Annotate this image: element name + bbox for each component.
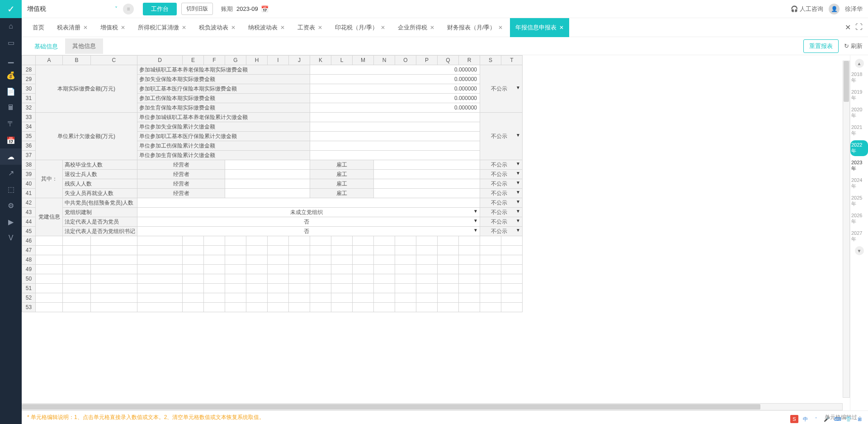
empty-cell[interactable] [225, 246, 246, 255]
empty-cell[interactable] [501, 236, 523, 246]
empty-cell[interactable] [438, 265, 459, 274]
tab-所得税汇算清缴[interactable]: 所得税汇算清缴✕ [132, 18, 192, 37]
empty-cell[interactable] [459, 246, 480, 255]
empty-cell[interactable] [225, 284, 246, 293]
empty-cell[interactable] [137, 255, 183, 265]
empty-cell[interactable] [480, 293, 501, 303]
empty-cell[interactable] [501, 246, 523, 255]
row-header-42[interactable]: 42 [22, 198, 36, 208]
ime-zh-icon[interactable]: 中 [801, 415, 809, 423]
empty-cell[interactable] [438, 255, 459, 265]
value-cell[interactable] [374, 160, 480, 170]
ime-tool-icon[interactable]: ⊞ [855, 415, 863, 423]
empty-cell[interactable] [395, 255, 416, 265]
empty-cell[interactable] [416, 246, 438, 255]
close-icon[interactable]: ✕ [121, 24, 125, 31]
tab-税表清册[interactable]: 税表清册✕ [52, 18, 93, 37]
tab-工资表[interactable]: 工资表✕ [292, 18, 328, 37]
empty-cell[interactable] [183, 265, 204, 274]
empty-cell[interactable] [395, 265, 416, 274]
empty-cell[interactable] [204, 274, 225, 284]
empty-cell[interactable] [36, 284, 63, 293]
col-header-M[interactable]: M [353, 56, 374, 65]
empty-cell[interactable] [416, 274, 438, 284]
value-cell[interactable]: 0.000000 [310, 75, 480, 84]
empty-cell[interactable] [246, 255, 268, 265]
col-header-T[interactable]: T [501, 56, 523, 65]
empty-cell[interactable] [225, 274, 246, 284]
empty-cell[interactable] [36, 274, 63, 284]
empty-cell[interactable] [90, 303, 137, 312]
disclose-cell[interactable]: 不公示▼ [480, 227, 523, 236]
empty-cell[interactable] [310, 255, 331, 265]
empty-cell[interactable] [137, 284, 183, 293]
wide-cell[interactable]: 否▼ [137, 217, 480, 227]
empty-cell[interactable] [310, 274, 331, 284]
empty-cell[interactable] [268, 255, 289, 265]
empty-cell[interactable] [310, 246, 331, 255]
empty-cell[interactable] [268, 236, 289, 246]
row-header-30[interactable]: 30 [22, 84, 36, 94]
empty-cell[interactable] [137, 293, 183, 303]
empty-cell[interactable] [459, 236, 480, 246]
empty-cell[interactable] [438, 274, 459, 284]
col-header-C[interactable]: C [90, 56, 137, 65]
empty-cell[interactable] [204, 284, 225, 293]
empty-cell[interactable] [246, 236, 268, 246]
empty-cell[interactable] [480, 274, 501, 284]
row-header-33[interactable]: 33 [22, 113, 36, 122]
empty-cell[interactable] [225, 303, 246, 312]
col-header-S[interactable]: S [480, 56, 501, 65]
value-cell[interactable] [374, 170, 480, 179]
empty-cell[interactable] [416, 265, 438, 274]
tab-印花税（月/季）[interactable]: 印花税（月/季）✕ [330, 18, 391, 37]
disclose-cell[interactable]: 不公示▼ [480, 65, 523, 113]
year-up-icon[interactable]: ▲ [855, 59, 864, 68]
empty-cell[interactable] [331, 265, 353, 274]
row-header-49[interactable]: 49 [22, 265, 36, 274]
empty-cell[interactable] [310, 236, 331, 246]
empty-cell[interactable] [268, 246, 289, 255]
year-2018年[interactable]: 2018年 [850, 70, 868, 86]
ime-punct-icon[interactable]: ' [812, 415, 820, 423]
empty-cell[interactable] [246, 274, 268, 284]
tab-增值税[interactable]: 增值税✕ [95, 18, 131, 37]
value-cell[interactable] [374, 179, 480, 189]
empty-cell[interactable] [353, 293, 374, 303]
empty-cell[interactable] [459, 265, 480, 274]
reset-button[interactable]: 重置报表 [803, 39, 839, 53]
empty-cell[interactable] [374, 274, 395, 284]
col-header-B[interactable]: B [63, 56, 91, 65]
row-header-34[interactable]: 34 [22, 122, 36, 132]
calendar-icon[interactable]: 📅 [261, 5, 269, 13]
empty-cell[interactable] [331, 274, 353, 284]
col-header-J[interactable]: J [289, 56, 310, 65]
empty-cell[interactable] [353, 303, 374, 312]
nav-play-icon[interactable]: ▶ [0, 214, 22, 230]
empty-cell[interactable] [459, 274, 480, 284]
vertical-scrollbar[interactable] [843, 61, 850, 398]
col-header-P[interactable]: P [416, 56, 438, 65]
empty-cell[interactable] [374, 293, 395, 303]
nav-cal-icon[interactable]: 📅 [0, 132, 22, 148]
empty-cell[interactable] [395, 284, 416, 293]
empty-cell[interactable] [416, 236, 438, 246]
year-2023年[interactable]: 2023年 [850, 158, 868, 174]
empty-cell[interactable] [353, 274, 374, 284]
empty-cell[interactable] [225, 265, 246, 274]
close-icon[interactable]: ✕ [430, 24, 434, 31]
col-header-L[interactable]: L [331, 56, 353, 65]
disclose-cell[interactable]: 不公示▼ [480, 170, 523, 179]
empty-cell[interactable] [331, 284, 353, 293]
empty-cell[interactable] [268, 284, 289, 293]
empty-cell[interactable] [36, 265, 63, 274]
col-header-F[interactable]: F [204, 56, 225, 65]
row-header-35[interactable]: 35 [22, 132, 36, 141]
empty-cell[interactable] [225, 293, 246, 303]
row-header-47[interactable]: 47 [22, 246, 36, 255]
empty-cell[interactable] [63, 293, 91, 303]
empty-cell[interactable] [438, 246, 459, 255]
close-icon[interactable]: ✕ [318, 24, 322, 31]
empty-cell[interactable] [90, 255, 137, 265]
row-header-43[interactable]: 43 [22, 208, 36, 217]
